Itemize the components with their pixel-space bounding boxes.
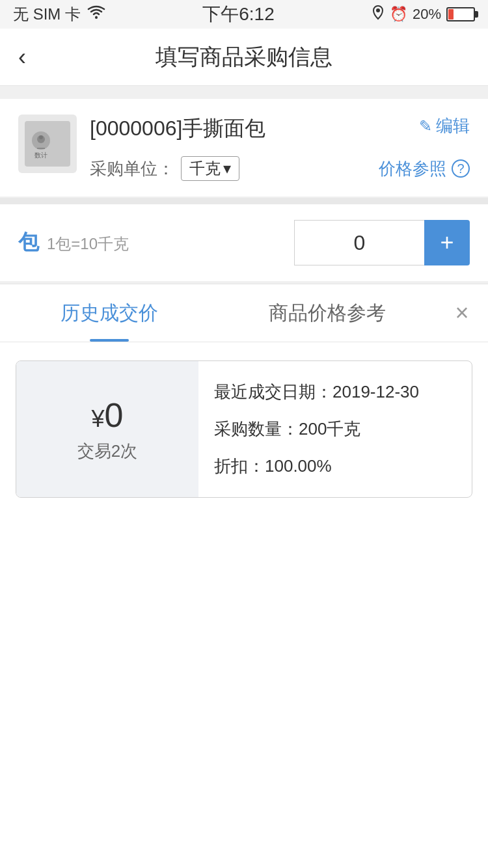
product-card: 数计 [0000006]手撕面包 ✎ 编辑 采购单位： 千克 ▾ 价格参照 ? <box>0 99 488 197</box>
nav-bar: ‹ 填写商品采购信息 <box>0 29 488 86</box>
price-ref-button[interactable]: 价格参照 ? <box>379 157 470 180</box>
quantity-control: 0 + <box>294 220 470 265</box>
location-icon <box>372 5 385 24</box>
quantity-input[interactable]: 0 <box>294 220 424 265</box>
quantity-row-detail: 采购数量：200千克 <box>214 416 456 442</box>
purchase-unit-label: 采购单位： <box>90 157 174 180</box>
product-thumbnail: 数计 <box>18 115 77 173</box>
tab-price-reference[interactable]: 商品价格参考 <box>218 284 436 342</box>
purchase-unit-row: 采购单位： 千克 ▾ <box>90 156 239 181</box>
tab-history-label: 历史成交价 <box>61 300 158 327</box>
edit-button[interactable]: ✎ 编辑 <box>419 115 470 137</box>
discount-label: 折扣： <box>214 456 265 476</box>
price-trades: 交易2次 <box>77 440 137 463</box>
quantity-conversion: 1包=10千克 <box>47 234 129 254</box>
quantity-detail-label: 采购数量： <box>214 419 299 439</box>
battery-percent: 20% <box>413 6 441 23</box>
price-card: ¥0 交易2次 最近成交日期：2019-12-30 采购数量：200千克 折扣：… <box>16 360 472 498</box>
product-image: 数计 <box>25 121 70 167</box>
quantity-section: 包 1包=10千克 0 + <box>0 198 488 281</box>
quantity-label: 包 1包=10千克 <box>18 228 129 257</box>
page-title: 填写商品采购信息 <box>156 42 332 72</box>
unit-dropdown-icon: ▾ <box>223 159 231 178</box>
edit-icon: ✎ <box>419 117 432 135</box>
product-header: [0000006]手撕面包 ✎ 编辑 <box>90 115 470 143</box>
tab-close-button[interactable]: × <box>436 284 488 342</box>
price-left-panel: ¥0 交易2次 <box>16 361 198 497</box>
quantity-plus-button[interactable]: + <box>424 220 470 265</box>
product-meta: 采购单位： 千克 ▾ 价格参照 ? <box>90 156 470 181</box>
latest-date-value: 2019-12-30 <box>332 382 419 401</box>
price-amount: ¥0 <box>92 396 124 435</box>
tab-price-ref-label: 商品价格参考 <box>269 300 386 327</box>
status-left: 无 SIM 卡 <box>13 4 105 25</box>
quantity-row: 包 1包=10千克 0 + <box>0 204 488 281</box>
latest-date-label: 最近成交日期： <box>214 382 332 401</box>
price-value: 0 <box>105 396 124 434</box>
edit-label: 编辑 <box>436 115 470 137</box>
price-ref-icon: ? <box>452 159 470 178</box>
tab-active-indicator <box>90 339 129 342</box>
battery-icon <box>446 7 475 21</box>
svg-point-4 <box>39 135 43 139</box>
alarm-icon: ⏰ <box>390 6 407 23</box>
unit-badge-text: 千克 <box>189 158 221 179</box>
status-bar: 无 SIM 卡 下午6:12 ⏰ 20% <box>0 0 488 29</box>
discount-row: 折扣：100.00% <box>214 454 456 479</box>
svg-point-1 <box>376 8 380 12</box>
svg-text:数计: 数计 <box>34 152 47 159</box>
product-name: [0000006]手撕面包 <box>90 115 265 143</box>
discount-value: 100.00% <box>265 456 332 476</box>
bottom-panel: 历史成交价 商品价格参考 × ¥0 交易2次 最近成交日期：2019-12-30… <box>0 284 488 868</box>
tab-row: 历史成交价 商品价格参考 × <box>0 284 488 342</box>
price-ref-label: 价格参照 <box>379 157 446 180</box>
quantity-detail-value: 200千克 <box>299 419 360 439</box>
price-currency: ¥ <box>92 405 105 432</box>
back-button[interactable]: ‹ <box>18 44 26 71</box>
product-details: [0000006]手撕面包 ✎ 编辑 采购单位： 千克 ▾ 价格参照 ? <box>90 115 470 181</box>
quantity-unit: 包 <box>18 228 39 257</box>
tab-history-price[interactable]: 历史成交价 <box>0 284 218 342</box>
unit-badge[interactable]: 千克 ▾ <box>181 156 239 181</box>
status-right: ⏰ 20% <box>372 5 475 24</box>
latest-date-row: 最近成交日期：2019-12-30 <box>214 379 456 405</box>
price-right-panel: 最近成交日期：2019-12-30 采购数量：200千克 折扣：100.00% <box>198 361 472 497</box>
wifi-icon <box>87 5 105 23</box>
status-time: 下午6:12 <box>202 2 275 27</box>
svg-point-0 <box>95 16 98 19</box>
carrier-text: 无 SIM 卡 <box>13 4 81 25</box>
content-white-space <box>0 516 488 868</box>
quantity-divider <box>0 198 488 204</box>
